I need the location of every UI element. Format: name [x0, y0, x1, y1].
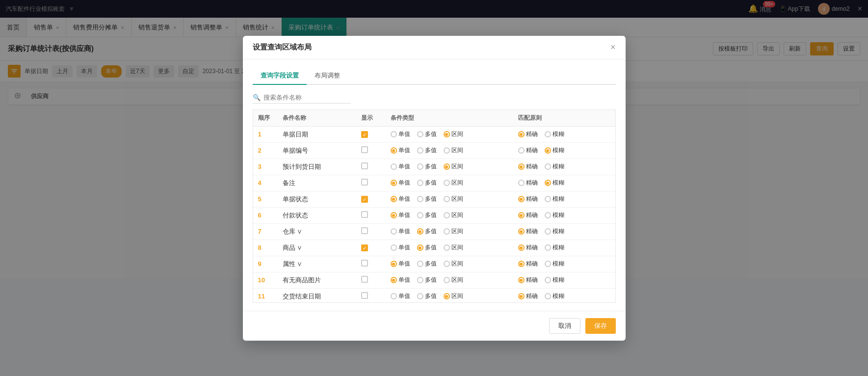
- radio-区间[interactable]: 区间: [444, 146, 463, 155]
- row-check-0[interactable]: [356, 131, 386, 138]
- modal-tab-layout[interactable]: 布局调整: [307, 67, 348, 85]
- radio-单值[interactable]: 单值: [391, 260, 410, 268]
- radio-多值[interactable]: 多值: [417, 162, 437, 171]
- radio-区间[interactable]: 区间: [444, 227, 463, 236]
- row-type-5[interactable]: 单值多值区间: [386, 211, 513, 219]
- row-match-9[interactable]: 精确模糊: [513, 276, 611, 278]
- row-type-8[interactable]: 单值多值区间: [386, 260, 513, 268]
- row-type-3[interactable]: 单值多值区间: [386, 179, 513, 187]
- row-match-8[interactable]: 精确模糊: [513, 260, 611, 268]
- radio-模糊[interactable]: 模糊: [545, 227, 564, 236]
- modal-close-btn[interactable]: ×: [610, 43, 616, 52]
- radio-模糊[interactable]: 模糊: [545, 195, 564, 203]
- radio-单值[interactable]: 单值: [391, 195, 410, 203]
- row-type-7[interactable]: 单值多值区间: [386, 243, 513, 252]
- row-match-0[interactable]: 精确模糊: [513, 130, 611, 138]
- radio-精确[interactable]: 精确: [518, 162, 538, 171]
- modal-tab-query-fields[interactable]: 查询字段设置: [253, 67, 307, 85]
- radio-circle-模糊: [545, 277, 551, 278]
- row-check-2[interactable]: [356, 162, 386, 171]
- row-type-1[interactable]: 单值多值区间: [386, 146, 513, 155]
- row-match-4[interactable]: 精确模糊: [513, 195, 611, 203]
- checkbox-8[interactable]: [361, 260, 368, 267]
- search-input[interactable]: [263, 94, 351, 101]
- radio-多值[interactable]: 多值: [417, 227, 437, 236]
- radio-模糊[interactable]: 模糊: [545, 179, 564, 187]
- radio-模糊[interactable]: 模糊: [545, 130, 564, 138]
- checkbox-6[interactable]: [361, 227, 368, 234]
- radio-多值[interactable]: 多值: [417, 260, 437, 268]
- row-seq-2: 3: [253, 163, 278, 170]
- checkbox-7[interactable]: [361, 244, 368, 251]
- row-match-5[interactable]: 精确模糊: [513, 211, 611, 219]
- row-check-7[interactable]: [356, 244, 386, 252]
- radio-多值[interactable]: 多值: [417, 243, 437, 252]
- checkbox-2[interactable]: [361, 162, 368, 169]
- row-check-8[interactable]: [356, 260, 386, 268]
- radio-单值[interactable]: 单值: [391, 179, 410, 187]
- row-match-3[interactable]: 精确模糊: [513, 179, 611, 187]
- radio-精确[interactable]: 精确: [518, 227, 538, 236]
- radio-精确[interactable]: 精确: [518, 195, 538, 203]
- radio-精确[interactable]: 精确: [518, 243, 538, 252]
- radio-区间[interactable]: 区间: [444, 211, 463, 219]
- radio-区间[interactable]: 区间: [444, 130, 463, 138]
- row-match-1[interactable]: 精确模糊: [513, 146, 611, 155]
- radio-区间[interactable]: 区间: [444, 195, 463, 203]
- radio-多值[interactable]: 多值: [417, 195, 437, 203]
- radio-多值[interactable]: 多值: [417, 146, 437, 155]
- radio-区间[interactable]: 区间: [444, 243, 463, 252]
- row-check-5[interactable]: [356, 211, 386, 219]
- row-check-6[interactable]: [356, 227, 386, 236]
- radio-单值[interactable]: 单值: [391, 162, 410, 171]
- checkbox-0[interactable]: [361, 131, 368, 138]
- radio-区间[interactable]: 区间: [444, 179, 463, 187]
- row-type-9[interactable]: 单值多值区间: [386, 276, 513, 278]
- radio-单值[interactable]: 单值: [391, 276, 410, 278]
- radio-精确[interactable]: 精确: [518, 211, 538, 219]
- row-check-3[interactable]: [356, 179, 386, 187]
- radio-多值[interactable]: 多值: [417, 211, 437, 219]
- row-type-4[interactable]: 单值多值区间: [386, 195, 513, 203]
- row-check-1[interactable]: [356, 146, 386, 155]
- radio-单值[interactable]: 单值: [391, 146, 410, 155]
- radio-区间[interactable]: 区间: [444, 276, 463, 278]
- radio-精确[interactable]: 精确: [518, 130, 538, 138]
- radio-模糊[interactable]: 模糊: [545, 243, 564, 252]
- radio-模糊[interactable]: 模糊: [545, 276, 564, 278]
- radio-单值[interactable]: 单值: [391, 130, 410, 138]
- row-type-0[interactable]: 单值多值区间: [386, 130, 513, 138]
- checkbox-5[interactable]: [361, 211, 368, 218]
- checkbox-9[interactable]: [361, 276, 368, 278]
- checkbox-1[interactable]: [361, 146, 368, 153]
- radio-模糊[interactable]: 模糊: [545, 162, 564, 171]
- row-check-4[interactable]: [356, 195, 386, 203]
- row-match-7[interactable]: 精确模糊: [513, 243, 611, 252]
- row-type-6[interactable]: 单值多值区间: [386, 227, 513, 236]
- radio-多值[interactable]: 多值: [417, 130, 437, 138]
- radio-区间[interactable]: 区间: [444, 260, 463, 268]
- radio-精确[interactable]: 精确: [518, 146, 538, 155]
- row-match-2[interactable]: 精确模糊: [513, 162, 611, 171]
- row-match-6[interactable]: 精确模糊: [513, 227, 611, 236]
- checkbox-3[interactable]: [361, 179, 368, 186]
- radio-模糊[interactable]: 模糊: [545, 260, 564, 268]
- radio-精确[interactable]: 精确: [518, 260, 538, 268]
- radio-模糊[interactable]: 模糊: [545, 211, 564, 219]
- radio-多值[interactable]: 多值: [417, 276, 437, 278]
- radio-circle-多值: [417, 147, 423, 154]
- radio-单值[interactable]: 单值: [391, 243, 410, 252]
- row-type-2[interactable]: 单值多值区间: [386, 162, 513, 171]
- row-check-9[interactable]: [356, 276, 386, 278]
- radio-单值[interactable]: 单值: [391, 211, 410, 219]
- radio-精确[interactable]: 精确: [518, 179, 538, 187]
- modal-search-box[interactable]: 🔍: [253, 92, 351, 104]
- row-name-3: 备注: [278, 179, 356, 188]
- radio-circle-区间: [444, 196, 450, 202]
- radio-模糊[interactable]: 模糊: [545, 146, 564, 155]
- radio-多值[interactable]: 多值: [417, 179, 437, 187]
- radio-单值[interactable]: 单值: [391, 227, 410, 236]
- checkbox-4[interactable]: [361, 196, 368, 203]
- radio-精确[interactable]: 精确: [518, 276, 538, 278]
- radio-区间[interactable]: 区间: [444, 162, 463, 171]
